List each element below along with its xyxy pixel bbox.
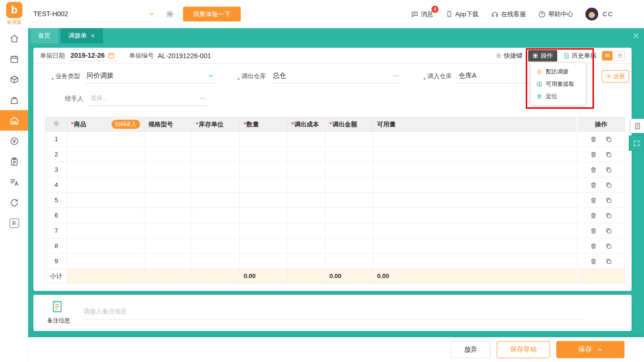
grid-cell[interactable]	[287, 208, 326, 223]
ellipsis-icon[interactable]	[393, 72, 399, 79]
grid-cell[interactable]	[240, 208, 287, 223]
grid-cell[interactable]	[192, 238, 240, 254]
copy-row-icon[interactable]	[605, 166, 612, 173]
grid-cell[interactable]	[373, 193, 577, 208]
grid-cell[interactable]	[240, 162, 287, 177]
ellipsis-icon[interactable]	[199, 95, 206, 102]
grid-cell[interactable]	[287, 238, 326, 254]
grid-cell[interactable]	[192, 132, 240, 147]
delete-row-icon[interactable]	[590, 136, 597, 143]
settings-button[interactable]: 设置	[602, 70, 629, 83]
grid-cell[interactable]	[67, 208, 144, 223]
notes-float-button[interactable]	[630, 119, 644, 133]
grid-cell[interactable]	[192, 177, 240, 193]
grid-cell[interactable]	[326, 162, 373, 177]
grid-cell[interactable]	[326, 147, 373, 162]
copy-row-icon[interactable]	[605, 228, 612, 234]
sidebar-item-purchase[interactable]	[0, 90, 28, 110]
grid-cell[interactable]	[287, 132, 326, 147]
grid-cell[interactable]	[192, 223, 240, 238]
grid-cell[interactable]	[192, 147, 240, 162]
grid-cell[interactable]	[287, 254, 326, 269]
delete-row-icon[interactable]	[590, 243, 597, 249]
handler-select[interactable]: 选择...	[89, 94, 207, 106]
try-now-button[interactable]: 我要体验一下	[183, 7, 241, 21]
sidebar-item-schedule[interactable]	[0, 49, 28, 69]
copy-row-icon[interactable]	[605, 136, 612, 143]
grid-cell[interactable]	[144, 223, 192, 238]
grid-cell[interactable]	[240, 223, 287, 238]
menu-item-ratio-transfer[interactable]: 配比调拨	[531, 65, 586, 78]
grid-cell[interactable]	[144, 147, 192, 162]
delete-row-icon[interactable]	[590, 182, 597, 188]
grid-cell[interactable]	[240, 254, 287, 269]
grid-cell[interactable]	[373, 147, 577, 162]
sidebar-item-delivery[interactable]	[0, 69, 28, 90]
grid-cell[interactable]	[326, 193, 373, 208]
scan-entry-button[interactable]: 扫码录入	[112, 120, 140, 129]
delete-row-icon[interactable]	[590, 212, 597, 219]
grid-cell[interactable]	[192, 162, 240, 177]
grid-cell[interactable]	[287, 177, 326, 193]
grid-cell[interactable]	[67, 162, 144, 177]
tab-transfer-order[interactable]: 调拨单	[61, 28, 103, 43]
source-warehouse-select[interactable]: 总仓	[272, 72, 400, 83]
remark-input[interactable]	[83, 303, 584, 320]
menu-item-locate[interactable]: 定位	[531, 90, 586, 103]
operations-button[interactable]: 操作	[528, 50, 557, 62]
sidebar-item-new[interactable]: 新	[0, 213, 28, 233]
account-select[interactable]: TEST-H002	[31, 6, 157, 22]
sidebar-item-documents[interactable]	[0, 172, 28, 192]
doc-date-field[interactable]: 2019-12-26	[69, 50, 117, 61]
copy-row-icon[interactable]	[605, 212, 612, 219]
grid-cell[interactable]	[326, 132, 373, 147]
app-download-item[interactable]: App下载	[446, 10, 479, 19]
grid-cell[interactable]	[326, 223, 373, 238]
copy-row-icon[interactable]	[605, 197, 612, 204]
copy-row-icon[interactable]	[605, 243, 612, 249]
grid-cell[interactable]	[144, 254, 192, 269]
sidebar-item-home[interactable]	[0, 28, 28, 49]
grid-cell[interactable]	[144, 208, 192, 223]
delete-row-icon[interactable]	[590, 166, 597, 173]
gear-icon[interactable]	[166, 10, 174, 18]
grid-cell[interactable]	[67, 223, 144, 238]
delete-row-icon[interactable]	[590, 197, 597, 204]
online-service-item[interactable]: 在线客服	[491, 10, 526, 19]
help-center-item[interactable]: 帮助中心	[538, 10, 573, 19]
grid-cell[interactable]	[240, 238, 287, 254]
grid-cell[interactable]	[144, 238, 192, 254]
business-type-select[interactable]: 同价调拨	[86, 72, 215, 83]
grid-column-settings[interactable]	[46, 117, 67, 132]
grid-cell[interactable]	[240, 177, 287, 193]
discard-button[interactable]: 放弃	[451, 341, 491, 358]
delete-row-icon[interactable]	[590, 258, 597, 265]
save-button[interactable]: 保存	[556, 341, 624, 358]
close-all-tabs-icon[interactable]	[633, 28, 639, 43]
grid-cell[interactable]	[287, 162, 326, 177]
delete-row-icon[interactable]	[590, 228, 597, 234]
grid-cell[interactable]	[67, 193, 144, 208]
list-view-toggle[interactable]	[602, 51, 613, 61]
save-draft-button[interactable]: 保存草稿	[497, 341, 550, 358]
grid-cell[interactable]	[326, 177, 373, 193]
sidebar-item-reports[interactable]	[0, 151, 28, 172]
grid-cell[interactable]	[240, 193, 287, 208]
sidebar-item-sync[interactable]	[0, 192, 28, 213]
grid-cell[interactable]	[192, 208, 240, 223]
grid-cell[interactable]	[373, 223, 577, 238]
grid-cell[interactable]	[287, 147, 326, 162]
grid-cell[interactable]	[287, 193, 326, 208]
grid-cell[interactable]	[373, 162, 577, 177]
grid-cell[interactable]	[373, 132, 577, 147]
tab-close-icon[interactable]	[91, 33, 95, 38]
grid-cell[interactable]	[67, 132, 144, 147]
grid-cell[interactable]	[67, 238, 144, 254]
grid-cell[interactable]	[326, 208, 373, 223]
grid-cell[interactable]	[240, 132, 287, 147]
user-item[interactable]: CC	[585, 8, 613, 21]
grid-cell[interactable]	[326, 254, 373, 269]
grid-cell[interactable]	[373, 208, 577, 223]
grid-cell[interactable]	[192, 254, 240, 269]
tab-home[interactable]: 首页	[31, 28, 58, 43]
